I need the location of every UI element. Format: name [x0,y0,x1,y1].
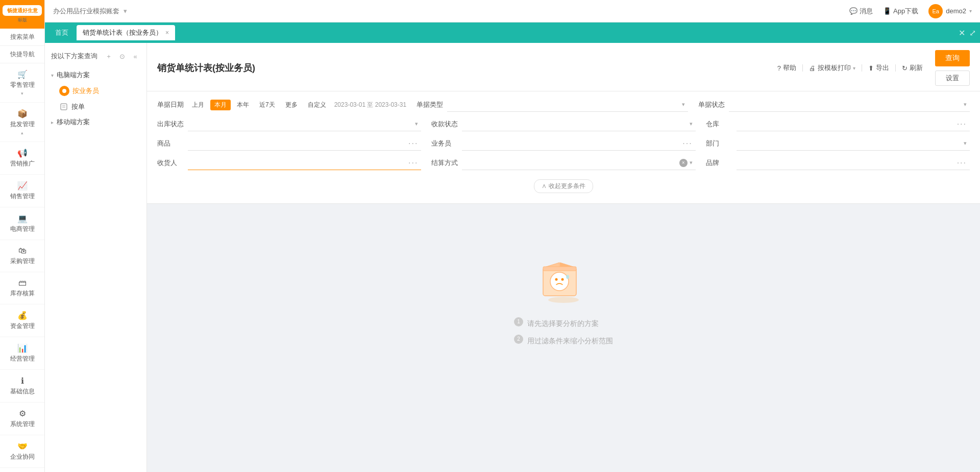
tab-close-icon[interactable]: × [165,29,169,36]
warehouse-label: 仓库 [706,120,737,129]
scheme-salesperson-label: 按业务员 [72,86,99,96]
date-btn-this-month[interactable]: 本月 [210,100,231,110]
date-btn-this-year[interactable]: 本年 [233,100,253,110]
tab-home[interactable]: 首页 [49,25,75,40]
main-area: 办公用品行业模拟账套 ▾ 💬 消息 📱 App下载 Ea demo2 ▾ 首 [45,0,980,472]
sidebar-item-inventory[interactable]: 🗃 库存核算 [0,272,44,304]
receiver-dots[interactable]: ··· [408,158,418,168]
department-label: 部门 [706,139,737,148]
date-btn-7days[interactable]: 近7天 [255,100,279,110]
sidebar-item-basic[interactable]: ℹ 基础信息 [0,370,44,403]
brand-label: 品牌 [706,158,737,168]
warehouse-control[interactable]: ··· [737,117,970,131]
sidebar-item-wholesale[interactable]: 📦 批发管理 ▴ [0,103,44,142]
doc-status-label: 单据状态 [698,100,729,109]
empty-text: 1 请先选择要分析的方案 2 用过滤条件来缩小分析范围 [514,316,613,351]
receipt-status-arrow: ▾ [690,121,693,127]
salesperson-dots[interactable]: ··· [682,139,692,148]
user-area[interactable]: Ea demo2 ▾ [928,4,972,18]
out-status-control[interactable]: ▾ [188,117,421,131]
settings-btn[interactable]: 设置 [935,70,970,86]
date-btn-custom[interactable]: 自定义 [304,100,330,110]
sidebar-item-label: 企业协同 [10,453,35,461]
department-arrow: ▾ [964,140,967,147]
help-btn[interactable]: ? 帮助 [777,63,796,73]
scheme-by-salesperson[interactable]: 按业务员 [45,83,146,99]
scheme-mobile[interactable]: ▸ 移动端方案 [45,114,146,130]
goods-dots[interactable]: ··· [408,139,418,148]
template-print-btn[interactable]: 🖨 按模板打印 ▾ [809,63,855,73]
sidebar-item-finance[interactable]: 💰 资金管理 [0,304,44,337]
active-indicator [59,86,69,96]
inventory-icon: 🗃 [18,278,27,288]
retail-icon: 🛒 [17,69,28,79]
sidebar-item-system[interactable]: ⚙ 系统管理 [0,403,44,435]
sidebar-item-sales[interactable]: 📈 销售管理 [0,175,44,207]
warehouse-dots[interactable]: ··· [957,120,967,129]
empty-step2: 2 用过滤条件来缩小分析范围 [514,334,613,348]
sidebar-item-operations[interactable]: 📊 经营管理 [0,337,44,370]
tab-bar-actions: ✕ ⤢ [959,28,976,38]
receiver-control[interactable]: ··· [188,156,421,170]
sidebar-item-newbie[interactable]: 🎯 新手引导 [0,468,44,472]
filter-receipt-status: 收款状态 ▾ [431,117,695,131]
divider3 [895,64,896,72]
svg-point-8 [555,278,558,281]
query-btn[interactable]: 查询 [935,50,970,66]
sidebar-item-enterprise[interactable]: 🤝 企业协同 [0,435,44,468]
brand-dots[interactable]: ··· [957,158,967,168]
salesperson-control[interactable]: ··· [462,136,695,151]
sidebar-quick-nav[interactable]: 快捷导航 [0,46,44,63]
doc-type-arrow: ▾ [682,101,685,108]
sidebar-item-label: 库存核算 [10,289,35,298]
add-scheme-btn[interactable]: + [104,51,114,61]
page-title-bar: 销货单统计表(按业务员) ? 帮助 🖨 按模板打印 ▾ ⬆ [147,43,980,91]
print-icon: 🖨 [809,64,816,72]
goods-control[interactable]: ··· [188,136,421,151]
svg-rect-6 [543,267,576,271]
sidebar-item-label: 销售管理 [10,192,35,201]
department-control[interactable]: ▾ [737,136,970,151]
scheme-by-order[interactable]: 按单 [45,99,146,114]
scheme-order-label: 按单 [71,102,85,111]
filter-out-status: 出库状态 ▾ [157,117,421,131]
refresh-btn[interactable]: ↻ 刷新 [902,63,923,73]
tab-fullscreen-icon[interactable]: ⤢ [969,28,976,38]
sidebar-search[interactable]: 搜索菜单 [0,29,44,46]
tab-sales-stat[interactable]: 销货单统计表（按业务员） × [77,25,175,40]
app-logo[interactable]: 畅捷通好生意 标版 [0,0,44,29]
scheme-section-pc: ▾ 电脑端方案 按业务员 按单 ▸ 移动端方案 [45,65,146,132]
sidebar-item-purchase[interactable]: 🛍 采购管理 [0,240,44,272]
brand-control[interactable]: ··· [737,156,970,170]
sidebar-item-retail[interactable]: 🛒 零售管理 ▾ [0,63,44,103]
scheme-settings-btn[interactable]: ⊙ [117,51,127,61]
receipt-status-control[interactable]: ▾ [462,117,695,131]
date-btn-last-month[interactable]: 上月 [188,100,208,110]
tab-close-all-icon[interactable]: ✕ [959,28,965,38]
sidebar-item-ecommerce[interactable]: 💻 电商管理 [0,207,44,240]
industry-dropdown[interactable]: ▾ [124,7,127,15]
doc-type-control[interactable]: ▾ [447,98,688,112]
header-right: 💬 消息 📱 App下载 Ea demo2 ▾ [849,4,972,18]
left-panel: 按以下方案查询 + ⊙ « ▾ 电脑端方案 按业务员 [45,43,147,472]
sidebar-item-marketing[interactable]: 📢 营销推广 [0,142,44,175]
payment-clear-btn[interactable]: × [679,159,688,167]
user-dropdown-icon[interactable]: ▾ [969,8,972,14]
scheme-pc[interactable]: ▾ 电脑端方案 [45,67,146,83]
scheme-collapse-btn[interactable]: « [130,51,140,61]
app-download-btn[interactable]: 📱 App下载 [883,7,918,16]
sidebar-item-label: 系统管理 [10,420,35,429]
avatar[interactable]: Ea [928,4,943,18]
payment-control[interactable]: × ▾ [462,156,695,170]
right-content: 销货单统计表(按业务员) ? 帮助 🖨 按模板打印 ▾ ⬆ [147,43,980,472]
message-btn[interactable]: 💬 消息 [849,7,873,16]
date-btn-more[interactable]: 更多 [281,100,302,110]
filter-row-3: 商品 ··· 业务员 ··· [157,136,970,151]
export-btn[interactable]: ⬆ 导出 [868,63,889,73]
print-dropdown-icon[interactable]: ▾ [853,65,855,71]
ecommerce-icon: 💻 [17,214,28,223]
empty-step1-text: 请先选择要分析的方案 [527,316,599,331]
sidebar-item-label: 基础信息 [10,387,35,396]
doc-status-control[interactable]: ▾ [729,98,970,112]
collapse-btn[interactable]: ∧ 收起更多条件 [534,179,593,193]
